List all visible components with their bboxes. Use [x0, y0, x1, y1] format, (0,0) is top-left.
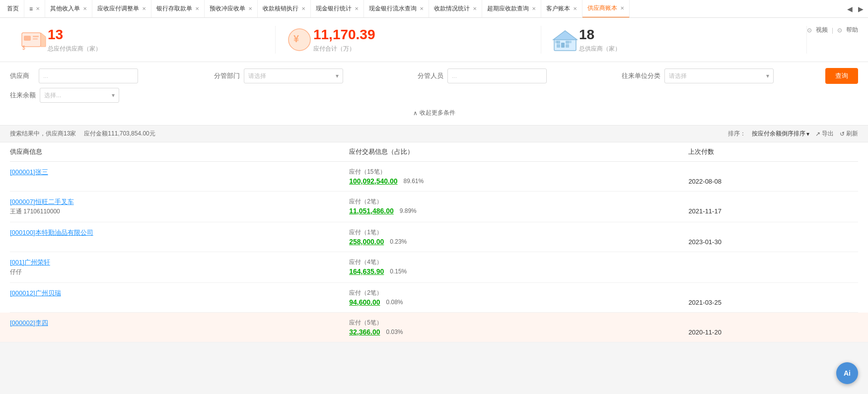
collection-close[interactable]: ✕: [301, 6, 305, 11]
payable-label-3: 应付（1笔）: [349, 228, 688, 237]
other-income-label: 其他收入单: [50, 4, 80, 13]
help-link[interactable]: 帮助: [846, 26, 858, 34]
svg-rect-15: [569, 41, 572, 43]
overdue-close[interactable]: ✕: [532, 6, 536, 11]
payable-amount-3[interactable]: 258,000.00: [349, 238, 384, 246]
supplier-link-2[interactable]: [000007]恒旺二手叉车: [10, 198, 74, 205]
supplier-link-3[interactable]: [000100]本特勤油品有限公司: [10, 229, 93, 236]
supplier-info-5: [000012]广州贝瑞: [10, 289, 349, 306]
collapse-button[interactable]: ∧ 收起更多条件: [407, 107, 461, 119]
payable-amount-2[interactable]: 11,051,486.00: [349, 207, 394, 215]
payable-percent-1: 89.61%: [404, 178, 424, 185]
nav-tab-collection[interactable]: 收款核销执行 ✕: [258, 0, 311, 18]
payable-amount-1[interactable]: 100,092,540.00: [349, 177, 397, 185]
last-payment-6: 2020-11-20: [688, 319, 858, 336]
other-income-close[interactable]: ✕: [83, 6, 87, 11]
nav-tab-other-income[interactable]: 其他收入单 ✕: [45, 0, 92, 18]
nav-tab-supplier-ledger[interactable]: 供应商账本 ✕: [582, 0, 630, 18]
nav-tab-prepay[interactable]: 预收冲应收单 ✕: [205, 0, 258, 18]
circle-question-icon: ⊙: [837, 27, 842, 34]
payable-percent-2: 9.89%: [400, 207, 417, 214]
supplier-link-6[interactable]: [000002]李四: [10, 319, 48, 327]
nav-tab-home[interactable]: 首页: [2, 0, 24, 18]
nav-tab-overdue[interactable]: 超期应收款查询 ✕: [482, 0, 541, 18]
supplier-ledger-close[interactable]: ✕: [620, 5, 624, 11]
supplier-ledger-label: 供应商账本: [587, 4, 617, 12]
supplier-link-4[interactable]: [001]广州荣轩: [10, 259, 50, 266]
prepay-close[interactable]: ✕: [248, 6, 252, 11]
adjustment-label: 应收应付调整单: [97, 4, 139, 13]
menu-close-icon[interactable]: ✕: [36, 6, 40, 11]
payable-percent-5: 0.08%: [386, 299, 403, 306]
refresh-label: 刷新: [846, 130, 858, 138]
supplier-link-5[interactable]: [000012]广州贝瑞: [10, 289, 61, 297]
top-navigation: 首页 ≡ ✕ 其他收入单 ✕ 应收应付调整单 ✕ 银行存取款单 ✕ 预收冲应收单…: [0, 0, 868, 18]
prepay-label: 预收冲应收单: [210, 4, 245, 13]
bank-label: 银行存取款单: [156, 4, 192, 13]
total-payable-icon: ¥: [286, 26, 313, 54]
search-button[interactable]: 查询: [825, 68, 858, 84]
svg-rect-1: [24, 36, 31, 41]
bank-close[interactable]: ✕: [195, 6, 199, 11]
customer-ledger-close[interactable]: ✕: [573, 6, 577, 11]
export-button[interactable]: ↗ 导出: [815, 130, 834, 138]
svg-rect-10: [561, 43, 565, 48]
header-last-payment: 上次付数: [688, 147, 858, 156]
svg-text:¥: ¥: [293, 33, 299, 44]
video-link[interactable]: 视频: [816, 26, 828, 34]
nav-tab-cash-stat[interactable]: 现金银行统计 ✕: [311, 0, 364, 18]
payable-amount-6[interactable]: 32,366.00: [349, 328, 380, 336]
cash-stat-close[interactable]: ✕: [355, 6, 359, 11]
last-payment-2: 2021-11-17: [688, 197, 858, 216]
table-row: [000007]恒旺二手叉车 王通 17106110000 应付（2笔） 11,…: [10, 192, 858, 222]
payable-amount-4[interactable]: 164,635.90: [349, 267, 384, 275]
top-right-links: ⊙ 视频 | ⊙ 帮助: [807, 26, 858, 34]
supplier-sub-4: 仔仔: [10, 268, 349, 276]
balance-filter-label: 往来余额: [10, 91, 36, 100]
receipt-stat-close[interactable]: ✕: [473, 6, 477, 11]
nav-tab-customer-ledger[interactable]: 客户账本 ✕: [541, 0, 582, 18]
refresh-button[interactable]: ↺ 刷新: [840, 130, 858, 138]
total-payable-value: 11,170.39: [313, 27, 375, 43]
payable-percent-4: 0.15%: [390, 268, 407, 275]
filter-row-2: 往来余额 选择... ▾: [10, 88, 858, 103]
nav-tab-cash-flow[interactable]: 现金银行流水查询 ✕: [364, 0, 429, 18]
payable-amount-5[interactable]: 94,600.00: [349, 298, 380, 306]
cash-flow-close[interactable]: ✕: [420, 6, 424, 11]
supplier-input[interactable]: ...: [39, 68, 138, 83]
adjustment-close[interactable]: ✕: [142, 6, 146, 11]
payable-percent-3: 0.23%: [390, 238, 407, 245]
results-summary-text: 搜索结果中，供应商13家: [10, 130, 76, 138]
sort-select[interactable]: 按应付余额倒序排序 ▾: [752, 130, 809, 138]
collapse-up-icon: ∧: [413, 110, 418, 117]
dept-select[interactable]: 请选择 ▾: [244, 68, 343, 83]
svg-point-6: [289, 29, 310, 51]
results-amount-text: 应付金额111,703,854.00元: [84, 130, 155, 138]
last-payment-4: [688, 258, 858, 276]
nav-prev-button[interactable]: ◀: [844, 0, 855, 18]
balance-select[interactable]: 选择... ▾: [40, 88, 119, 103]
circle-play-icon: ⊙: [807, 27, 812, 34]
category-filter-label: 往来单位分类: [622, 71, 660, 80]
last-payment-3: 2023-01-30: [688, 228, 858, 246]
category-select[interactable]: 请选择 ▾: [664, 68, 774, 83]
svg-text:$: $: [22, 45, 25, 51]
balance-placeholder: 选择...: [44, 91, 61, 100]
sort-value: 按应付余额倒序排序: [752, 130, 805, 138]
payable-info-3: 应付（1笔） 258,000.00 0.23%: [349, 228, 688, 246]
manager-input[interactable]: ...: [447, 68, 547, 83]
sort-label: 排序：: [728, 130, 746, 138]
supplier-info-2: [000007]恒旺二手叉车 王通 17106110000: [10, 197, 349, 216]
nav-tab-receipt-stat[interactable]: 收款情况统计 ✕: [429, 0, 482, 18]
nav-next-button[interactable]: ▶: [855, 0, 866, 18]
cash-flow-label: 现金银行流水查询: [369, 4, 417, 13]
payable-label-5: 应付（2笔）: [349, 289, 688, 297]
table-row-highlighted: [000002]李四 应付（5笔） 32,366.00 0.03% 2020-1…: [0, 313, 868, 342]
svg-rect-12: [566, 44, 569, 48]
nav-tab-menu[interactable]: ≡ ✕: [24, 0, 45, 18]
category-arrow-icon: ▾: [766, 72, 769, 79]
nav-tab-bank[interactable]: 银行存取款单 ✕: [151, 0, 205, 18]
nav-tab-adjustment[interactable]: 应收应付调整单 ✕: [92, 0, 151, 18]
dept-placeholder: 请选择: [248, 72, 266, 80]
supplier-link-1[interactable]: [000001]张三: [10, 168, 48, 176]
